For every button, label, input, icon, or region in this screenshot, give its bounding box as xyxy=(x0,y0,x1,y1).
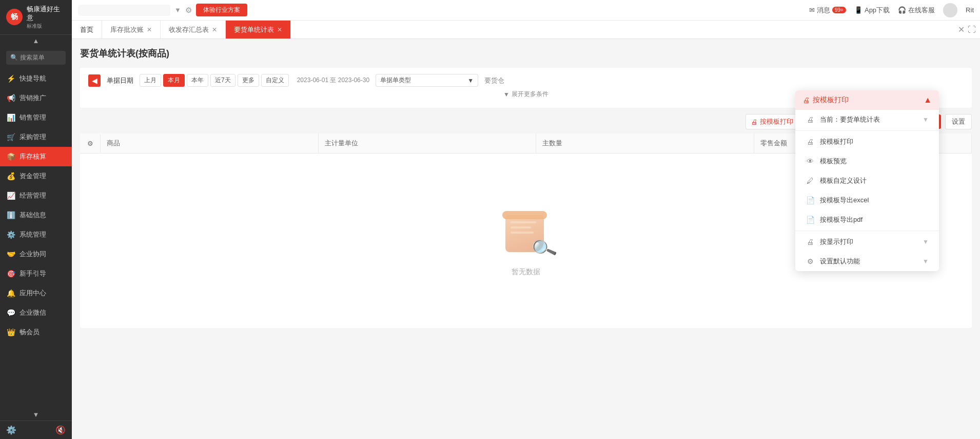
dropdown-item-export-excel[interactable]: 📄 按模板导出excel xyxy=(795,190,939,210)
table-col-goods: 商品 xyxy=(101,133,319,153)
sidebar-scroll-up[interactable]: ▲ xyxy=(0,35,72,47)
finance-icon: 💰 xyxy=(6,171,15,181)
service-icon: 🎧 xyxy=(898,6,906,14)
template-print-btn[interactable]: 🖨 按模板打印 xyxy=(746,114,799,129)
sidebar-item-basic[interactable]: ℹ️ 基础信息 xyxy=(0,205,72,225)
avatar[interactable] xyxy=(943,3,957,17)
settings-bottom-icon[interactable]: ⚙️ xyxy=(6,425,16,435)
tab-close-all-icon[interactable]: ✕ xyxy=(958,25,965,34)
date-btn-more[interactable]: 更多 xyxy=(238,74,259,87)
dropdown-item-set-default[interactable]: ⚙ 设置默认功能 ▼ xyxy=(795,252,939,271)
date-btn-last-month[interactable]: 上月 xyxy=(140,74,161,87)
logo-icon: 畅 xyxy=(6,9,23,25)
tab-expand-icon[interactable]: ⛶ xyxy=(968,25,976,34)
sidebar-scroll-down[interactable]: ▼ xyxy=(0,409,72,421)
dropdown-item-current[interactable]: 🖨 当前：要货单统计表 ▼ xyxy=(795,110,939,129)
dropdown-item-template-custom[interactable]: 🖊 模板自定义设计 xyxy=(795,171,939,190)
topbar-gear-icon[interactable]: ⚙ xyxy=(185,6,192,15)
tab-home[interactable]: 首页 xyxy=(72,21,102,39)
date-btn-7days[interactable]: 近7天 xyxy=(210,74,236,87)
tab-cashier-close[interactable]: ✕ xyxy=(212,26,217,33)
topbar-right: ✉ 消息 99+ 📱 App下载 🎧 在线客服 Rit xyxy=(809,3,974,17)
page-title: 要货单统计表(按商品) xyxy=(80,47,972,60)
tab-cashier[interactable]: 收发存汇总表 ✕ xyxy=(161,21,226,39)
sidebar-item-operation[interactable]: 📈 经营管理 xyxy=(0,186,72,205)
content-area: 要货单统计表(按商品) ◀ 单据日期 上月 本月 本年 近7天 更多 自定义 2… xyxy=(72,39,980,439)
msg-icon: ✉ xyxy=(809,6,815,14)
tab-order-stat[interactable]: 要货单统计表 ✕ xyxy=(226,21,291,39)
sidebar-item-member[interactable]: 👑 畅会员 xyxy=(0,322,72,342)
app-subtitle: 标准版 xyxy=(27,23,66,29)
printer-icon: 🖨 xyxy=(751,118,758,126)
dropdown-title: 🖨 按模板打印 xyxy=(802,96,849,105)
search-menu-button[interactable]: 🔍 搜索菜单 xyxy=(6,51,66,65)
operation-icon: 📈 xyxy=(6,191,15,200)
template-preview-icon: 👁 xyxy=(806,157,815,165)
filter-toggle-btn[interactable]: ◀ xyxy=(88,74,101,87)
date-btn-custom[interactable]: 自定义 xyxy=(261,74,289,87)
sidebar-search-section: 🔍 搜索菜单 xyxy=(0,47,72,69)
template-print-icon: 🖨 xyxy=(806,138,815,146)
collab-icon: 🤝 xyxy=(6,250,15,259)
order-type-select[interactable]: 单据单类型 ▼ xyxy=(376,74,478,87)
sidebar-item-finance[interactable]: 💰 资金管理 xyxy=(0,166,72,186)
username-label[interactable]: Rit xyxy=(966,6,974,14)
dropdown-item-export-pdf[interactable]: 📄 按模板导出pdf xyxy=(795,210,939,230)
dropdown-item-template-print[interactable]: 🖨 按模板打印 xyxy=(795,132,939,151)
current-arrow-icon: ▼ xyxy=(923,116,929,123)
date-range-label: 2023-06-01 至 2023-06-30 xyxy=(297,76,369,85)
main-area: ▼ ⚙ 体验行业方案 ✉ 消息 99+ 📱 App下载 🎧 在线客服 Rit 首… xyxy=(72,0,980,439)
set-default-arrow-icon: ▼ xyxy=(923,258,929,265)
dropdown-item-template-preview[interactable]: 👁 模板预览 xyxy=(795,151,939,171)
topbar-service-btn[interactable]: 🎧 在线客服 xyxy=(898,6,935,15)
display-print-arrow-icon: ▼ xyxy=(923,238,929,245)
sidebar: 畅 畅康通好生意 标准版 ▲ 🔍 搜索菜单 ⚡ 快捷导航 📢 营销推广 📊 销售… xyxy=(0,0,72,439)
tab-order-stat-close[interactable]: ✕ xyxy=(277,26,282,33)
system-icon: ⚙️ xyxy=(6,230,15,239)
basic-icon: ℹ️ xyxy=(6,211,15,220)
display-print-icon: 🖨 xyxy=(806,238,815,246)
sidebar-item-collab[interactable]: 🤝 企业协同 xyxy=(0,244,72,264)
dropdown-close-icon[interactable]: ▲ xyxy=(924,96,932,105)
trial-btn[interactable]: 体验行业方案 xyxy=(196,4,247,16)
tabbar: 首页 库存批次账 ✕ 收发存汇总表 ✕ 要货单统计表 ✕ ✕ ⛶ xyxy=(72,21,980,39)
member-icon: 👑 xyxy=(6,328,15,337)
tab-batch-close[interactable]: ✕ xyxy=(147,26,152,33)
date-btn-this-month[interactable]: 本月 xyxy=(163,74,185,87)
dropdown-item-display-print[interactable]: 🖨 按显示打印 ▼ xyxy=(795,232,939,252)
dropdown-header: 🖨 按模板打印 ▲ xyxy=(795,90,939,110)
sidebar-nav: ⚡ 快捷导航 📢 营销推广 📊 销售管理 🛒 采购管理 📦 库存核算 💰 资金管… xyxy=(0,69,72,409)
topbar-search-input[interactable] xyxy=(78,5,170,16)
goods-warehouse-label: 要货仓 xyxy=(484,76,504,85)
guide-icon: 🎯 xyxy=(6,269,15,278)
search-icon: 🔍 xyxy=(10,54,18,61)
sidebar-item-system[interactable]: ⚙️ 系统管理 xyxy=(0,225,72,244)
tab-batch[interactable]: 库存批次账 ✕ xyxy=(102,21,161,39)
printer-dropdown-icon: 🖨 xyxy=(802,96,810,104)
sidebar-item-sales[interactable]: 📊 销售管理 xyxy=(0,108,72,127)
empty-label: 暂无数据 xyxy=(512,268,540,277)
sidebar-item-wechat[interactable]: 💬 企业微信 xyxy=(0,303,72,322)
mute-icon[interactable]: 🔇 xyxy=(55,425,66,435)
table-col-qty: 主数量 xyxy=(536,133,754,153)
sidebar-item-marketing[interactable]: 📢 营销推广 xyxy=(0,88,72,108)
divider-1 xyxy=(795,130,939,131)
app-icon: 📱 xyxy=(854,6,863,14)
date-btn-this-year[interactable]: 本年 xyxy=(187,74,208,87)
table-col-gear[interactable]: ⚙ xyxy=(80,135,101,152)
topbar-app-btn[interactable]: 📱 App下载 xyxy=(854,6,890,15)
sidebar-item-inventory[interactable]: 📦 库存核算 xyxy=(0,147,72,166)
topbar-msg-btn[interactable]: ✉ 消息 99+ xyxy=(809,6,846,15)
topbar-search-arrow[interactable]: ▼ xyxy=(174,6,181,14)
sidebar-item-guide[interactable]: 🎯 新手引导 xyxy=(0,264,72,283)
settings-btn[interactable]: 设置 xyxy=(945,114,972,129)
tabbar-right-controls: ✕ ⛶ xyxy=(958,25,980,34)
inventory-icon: 📦 xyxy=(6,152,15,161)
sidebar-item-appstore[interactable]: 🔔 应用中心 xyxy=(0,283,72,303)
sidebar-item-quick-nav[interactable]: ⚡ 快捷导航 xyxy=(0,69,72,88)
app-title: 畅康通好生意 xyxy=(27,5,66,23)
topbar: ▼ ⚙ 体验行业方案 ✉ 消息 99+ 📱 App下载 🎧 在线客服 Rit xyxy=(72,0,980,21)
set-default-icon: ⚙ xyxy=(806,257,815,265)
empty-state: 🔍 暂无数据 xyxy=(495,174,557,308)
sidebar-item-purchase[interactable]: 🛒 采购管理 xyxy=(0,127,72,147)
